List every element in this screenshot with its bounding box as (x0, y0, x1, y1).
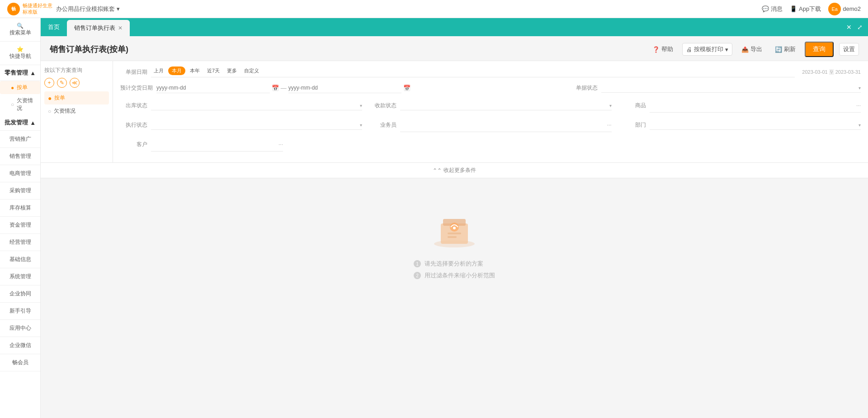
tab-close-icon[interactable]: ✕ (118, 25, 123, 31)
date-7days[interactable]: 近7天 (204, 66, 222, 75)
expected-date-label: 预计交货日期 (120, 84, 153, 92)
export-button[interactable]: 📤 导出 (738, 43, 766, 55)
salesman-more-icon[interactable]: ··· (607, 122, 612, 128)
doc-status-chevron-icon: ▾ (859, 86, 861, 90)
date-more[interactable]: 更多 (224, 66, 240, 75)
expected-date-to-input[interactable] (288, 83, 402, 93)
filter-sidebar: 按以下方案查询 + ✎ ≪ (41, 61, 113, 162)
sidebar-item-basic[interactable]: 基础信息 (0, 251, 40, 268)
sidebar-item-retail[interactable]: 零售管理 ▲ (0, 65, 40, 81)
expected-date-field: 预计交货日期 📅 — 📅 (120, 83, 410, 93)
salesman-input[interactable] (400, 120, 607, 130)
sidebar: 🔍 搜索菜单 ⭐ 快捷导航 零售管理 ▲ ● 按单 ○ 欠资情况 批发管理 ▲ … (0, 18, 41, 418)
sidebar-item-nav[interactable]: ⭐ 快捷导航 (0, 42, 40, 65)
sidebar-sub-item-debt[interactable]: ○ 欠资情况 (0, 94, 40, 115)
sidebar-item-sales[interactable]: 销售管理 (0, 148, 40, 165)
edit-icon: ✎ (60, 80, 64, 86)
pay-status-chevron-icon: ▾ (609, 103, 612, 108)
scheme-item-debt[interactable]: ○ 欠资情况 (44, 104, 109, 118)
sidebar-item-search[interactable]: 🔍 搜索菜单 (0, 18, 40, 42)
filter-layout: 按以下方案查询 + ✎ ≪ (41, 61, 868, 162)
search-icon: 🔍 (17, 23, 24, 29)
page-actions: ❓ 帮助 🖨 按模板打印 ▾ 📤 导出 🔄 刷新 (649, 42, 859, 57)
customer-input[interactable] (151, 139, 278, 149)
sidebar-item-enterprise[interactable]: 企业协同 (0, 285, 40, 303)
sidebar-sub-item-order[interactable]: ● 按单 (0, 81, 40, 94)
logo-icon: 畅 (7, 3, 20, 15)
sidebar-item-guide[interactable]: 新手引导 (0, 303, 40, 320)
ship-status-select[interactable]: ▾ (151, 101, 362, 110)
tab-home[interactable]: 首页 (41, 18, 67, 36)
edit-scheme-button[interactable]: ✎ (57, 78, 67, 88)
search-button[interactable]: 查询 (805, 42, 834, 57)
collapse-scheme-button[interactable]: ≪ (70, 78, 80, 88)
svg-rect-6 (448, 236, 457, 238)
app-selector[interactable]: 办公用品行业模拟账套 ▾ (56, 5, 120, 13)
tab-expand-icon[interactable]: ⤢ (855, 22, 864, 33)
content-area: 首页 销售订单执行表 ✕ ✕ ⤢ 销售订单执行表(按单) ❓ 帮助 (41, 18, 868, 418)
dept-field: 部门 ▾ (619, 121, 861, 130)
date-range-inputs: 📅 — 📅 (156, 83, 410, 93)
goods-more-icon[interactable]: ··· (856, 102, 861, 109)
refresh-icon: 🔄 (775, 46, 782, 53)
pay-status-select[interactable]: ▾ (400, 101, 611, 110)
exec-status-field: 执行状态 ▾ (120, 121, 362, 130)
step-num-1: 1 (414, 260, 421, 267)
doc-status-select[interactable]: ▾ (601, 84, 861, 93)
ship-status-chevron-icon: ▾ (360, 103, 362, 108)
sidebar-item-ecommerce[interactable]: 电商管理 (0, 165, 40, 182)
message-action[interactable]: 💬 消息 (762, 5, 783, 13)
calendar-to-icon[interactable]: 📅 (403, 85, 410, 91)
logo-text: 畅捷通好生意 标准版 (23, 3, 52, 14)
dept-label: 部门 (619, 121, 646, 129)
empty-steps: 1 请先选择要分析的方案 2 用过滤条件来缩小分析范围 (414, 260, 495, 280)
sidebar-item-operations[interactable]: 经营管理 (0, 234, 40, 251)
customer-field: 客户 ··· (120, 138, 283, 152)
sidebar-item-wholesale[interactable]: 批发管理 ▲ (0, 115, 40, 131)
ship-status-field: 出库状态 ▾ (120, 101, 362, 110)
help-button[interactable]: ❓ 帮助 (649, 43, 677, 55)
sidebar-item-purchase[interactable]: 采购管理 (0, 182, 40, 200)
avatar: Ea (828, 3, 841, 15)
exec-status-select[interactable]: ▾ (151, 121, 362, 130)
sidebar-item-inventory[interactable]: 库存核算 (0, 200, 40, 217)
ship-status-label: 出库状态 (120, 102, 147, 109)
print-button[interactable]: 🖨 按模板打印 ▾ (682, 43, 732, 56)
date-this-month[interactable]: 本月 (168, 66, 185, 75)
print-icon: 🖨 (686, 46, 692, 53)
add-scheme-button[interactable]: + (44, 78, 54, 88)
customer-more-icon[interactable]: ··· (278, 141, 283, 147)
collapse-button[interactable]: ⌃⌃ 收起更多条件 (427, 166, 481, 175)
app-download-action[interactable]: 📱 App下载 (790, 5, 821, 13)
empty-illustration (427, 205, 481, 251)
sidebar-item-finance[interactable]: 资金管理 (0, 217, 40, 234)
filter-panel: 按以下方案查询 + ✎ ≪ (41, 61, 868, 178)
refresh-button[interactable]: 🔄 刷新 (771, 43, 799, 55)
tab-bar: 首页 销售订单执行表 ✕ ✕ ⤢ (41, 18, 868, 36)
sidebar-item-appcenter[interactable]: 应用中心 (0, 320, 40, 337)
dept-select[interactable]: ▾ (650, 121, 861, 130)
sidebar-item-marketing[interactable]: 营销推广 (0, 131, 40, 148)
sidebar-item-wechat[interactable]: 企业微信 (0, 337, 40, 354)
tab-close-all-icon[interactable]: ✕ (844, 22, 854, 33)
calendar-from-icon[interactable]: 📅 (272, 85, 279, 91)
export-icon: 📤 (741, 46, 749, 53)
goods-input-box: ··· (650, 99, 861, 113)
user-action[interactable]: Ea demo2 (828, 3, 861, 15)
date-this-year[interactable]: 本年 (187, 66, 203, 75)
help-icon: ❓ (652, 46, 660, 53)
sidebar-item-system[interactable]: 系统管理 (0, 268, 40, 285)
tab-sales-order[interactable]: 销售订单执行表 ✕ (67, 20, 130, 36)
date-last-month[interactable]: 上月 (151, 66, 166, 75)
filter-body: 单据日期 上月 本月 本年 近7天 更多 自定义 (113, 61, 868, 162)
scheme-item-order[interactable]: ● 按单 (44, 91, 109, 104)
goods-input[interactable] (650, 100, 856, 110)
empty-state: 1 请先选择要分析的方案 2 用过滤条件来缩小分析范围 (41, 178, 868, 307)
expected-date-from-input[interactable] (156, 83, 270, 93)
date-custom[interactable]: 自定义 (241, 66, 262, 75)
circle-icon: ● (11, 85, 14, 91)
sidebar-item-member[interactable]: 畅会员 (0, 354, 40, 371)
salesman-input-box: ··· (400, 118, 611, 132)
settings-button[interactable]: 设置 (839, 43, 859, 56)
header-left: 畅 畅捷通好生意 标准版 办公用品行业模拟账套 ▾ (7, 3, 120, 15)
